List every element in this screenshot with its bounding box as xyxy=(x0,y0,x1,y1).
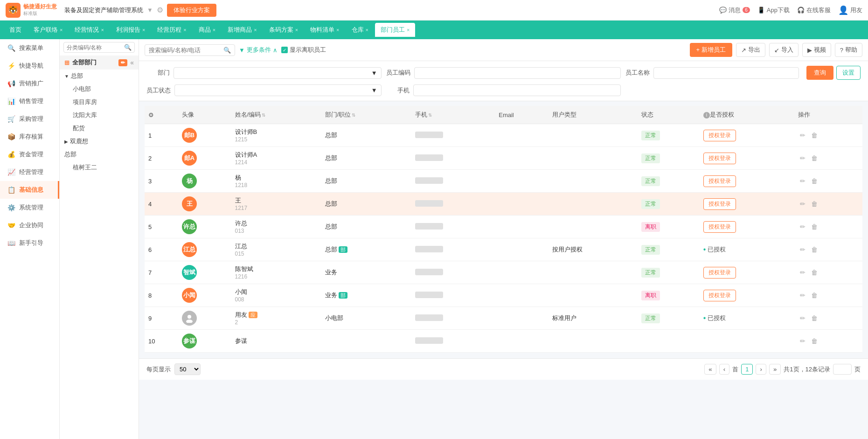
per-page-select[interactable]: 50 100 xyxy=(174,363,201,375)
tab-close-icon[interactable]: × xyxy=(213,27,215,33)
emp-name-input[interactable] xyxy=(653,67,799,79)
export-button[interactable]: ↗ 导出 xyxy=(736,43,765,57)
message-btn[interactable]: 💬 消息 6 xyxy=(719,6,750,14)
sidebar-item-finance[interactable]: 💰 资金管理 xyxy=(0,146,59,163)
reset-button[interactable]: 设置 xyxy=(836,66,861,80)
tab-add-goods[interactable]: 新增商品× xyxy=(222,23,262,37)
tab-close-icon[interactable]: × xyxy=(407,27,410,33)
show-dismissed-toggle[interactable]: ✓ 显示离职员工 xyxy=(281,46,326,54)
auth-login-button[interactable]: 授权登录 xyxy=(703,130,736,141)
tab-close-icon[interactable]: × xyxy=(366,27,368,33)
sidebar-item-basic[interactable]: 📋 基础信息 xyxy=(0,181,59,199)
add-employee-button[interactable]: + 新增员工 xyxy=(690,43,732,57)
sidebar-item-marketing[interactable]: 📢 营销推广 xyxy=(0,75,59,92)
search-input[interactable] xyxy=(149,47,223,54)
more-filter-btn[interactable]: ▼ 更多条件 ∧ xyxy=(239,46,278,54)
delete-button[interactable]: 🗑 xyxy=(809,268,819,277)
help-button[interactable]: ? 帮助 xyxy=(835,43,862,57)
auth-login-button[interactable]: 授权登录 xyxy=(703,290,736,301)
edit-button[interactable]: ✏ xyxy=(798,222,807,231)
app-download-btn[interactable]: 📱 App下载 xyxy=(757,6,790,14)
delete-button[interactable]: 🗑 xyxy=(809,199,819,209)
query-button[interactable]: 查询 xyxy=(806,66,833,80)
tree-node-delivery[interactable]: 配货 xyxy=(60,122,139,135)
edit-button[interactable]: ✏ xyxy=(798,245,807,254)
col-name[interactable]: 姓名/编码 xyxy=(231,106,321,124)
search-icon[interactable]: 🔍 xyxy=(223,47,231,54)
sidebar-item-ops[interactable]: 📈 经营管理 xyxy=(0,163,59,181)
tree-all-dept[interactable]: ⊞ 全部部门 ✏ « xyxy=(60,56,139,70)
auth-login-button[interactable]: 授权登录 xyxy=(703,221,736,233)
col-settings-icon[interactable]: ⚙ xyxy=(148,111,154,118)
delete-button[interactable]: 🗑 xyxy=(809,336,819,346)
tab-close-icon[interactable]: × xyxy=(254,27,257,33)
edit-button[interactable]: ✏ xyxy=(798,176,807,186)
video-button[interactable]: ▶ 视频 xyxy=(802,43,831,57)
edit-button[interactable]: ✏ xyxy=(798,291,807,300)
tab-history[interactable]: 经营历程× xyxy=(152,23,192,37)
delete-button[interactable]: 🗑 xyxy=(809,245,819,254)
collapse-tree-icon[interactable]: « xyxy=(130,59,134,66)
tab-warehouse[interactable]: 仓库× xyxy=(346,23,374,37)
tree-node-plant[interactable]: 植树王二 xyxy=(60,161,139,174)
go-to-page-input[interactable] xyxy=(833,364,852,375)
tab-close-icon[interactable]: × xyxy=(295,27,298,33)
tree-node-small-electric[interactable]: 小电部 xyxy=(60,83,139,96)
tree-node-hq[interactable]: 总部 xyxy=(60,148,139,161)
status-select[interactable]: ▼ xyxy=(174,84,382,96)
edit-dept-icon[interactable]: ✏ xyxy=(118,59,127,66)
col-settings[interactable]: ⚙ xyxy=(145,106,178,124)
sidebar-item-guide[interactable]: 📖 新手引导 xyxy=(0,234,59,252)
sidebar-item-system[interactable]: ⚙️ 系统管理 xyxy=(0,199,59,216)
delete-button[interactable]: 🗑 xyxy=(809,314,819,323)
auth-login-button[interactable]: 授权登录 xyxy=(703,267,736,279)
sidebar-item-sales[interactable]: 📊 销售管理 xyxy=(0,92,59,110)
tab-close-icon[interactable]: × xyxy=(336,27,339,33)
last-page-btn[interactable]: » xyxy=(769,364,781,375)
sidebar-item-inventory[interactable]: 📦 库存核算 xyxy=(0,128,59,146)
edit-button[interactable]: ✏ xyxy=(798,131,807,140)
tab-close-icon[interactable]: × xyxy=(101,27,104,33)
delete-button[interactable]: 🗑 xyxy=(809,222,819,231)
tab-profit[interactable]: 利润报告× xyxy=(111,23,151,37)
edit-button[interactable]: ✏ xyxy=(798,268,807,277)
auth-login-button[interactable]: 授权登录 xyxy=(703,198,736,210)
emp-code-input[interactable] xyxy=(414,67,621,79)
tab-barcode[interactable]: 条码方案× xyxy=(264,23,304,37)
tab-home[interactable]: 首页 xyxy=(4,23,27,37)
delete-button[interactable]: 🗑 xyxy=(809,131,819,140)
tab-close-icon[interactable]: × xyxy=(183,27,186,33)
auth-login-button[interactable]: 授权登录 xyxy=(703,175,736,187)
next-page-btn[interactable]: › xyxy=(756,364,766,375)
tree-node-project[interactable]: 项目库房 xyxy=(60,96,139,109)
user-area[interactable]: 👤 用友 xyxy=(838,5,862,15)
dropdown-arrow-icon[interactable]: ▼ xyxy=(147,7,153,14)
edit-button[interactable]: ✏ xyxy=(798,153,807,163)
tree-search-icon[interactable]: 🔍 xyxy=(124,44,132,51)
tab-dept-emp[interactable]: 部门员工× xyxy=(375,23,415,37)
tab-customer[interactable]: 客户联络× xyxy=(28,23,68,37)
tree-search-input[interactable] xyxy=(67,44,124,51)
col-dept[interactable]: 部门/职位 xyxy=(321,106,411,124)
tab-close-icon[interactable]: × xyxy=(60,27,62,33)
prev-page-btn[interactable]: ‹ xyxy=(719,364,729,375)
tab-bom[interactable]: 物料清单× xyxy=(305,23,345,37)
dept-select[interactable]: ▼ xyxy=(174,67,382,79)
phone-input[interactable] xyxy=(413,84,621,96)
edit-button[interactable]: ✏ xyxy=(798,314,807,323)
edit-button[interactable]: ✏ xyxy=(798,199,807,209)
sidebar-item-nav[interactable]: ⚡ 快捷导航 xyxy=(0,57,59,75)
checkbox-icon[interactable]: ✓ xyxy=(281,47,288,53)
tab-business[interactable]: 经营情况× xyxy=(69,23,109,37)
import-button[interactable]: ↙ 导入 xyxy=(769,43,799,57)
tab-close-icon[interactable]: × xyxy=(142,27,145,33)
auth-login-button[interactable]: 授权登录 xyxy=(703,153,736,164)
tab-goods[interactable]: 商品× xyxy=(193,23,221,37)
delete-button[interactable]: 🗑 xyxy=(809,176,819,186)
sidebar-item-search[interactable]: 🔍 搜索菜单 xyxy=(0,39,59,57)
settings-icon[interactable]: ⚙ xyxy=(157,6,163,14)
online-service-btn[interactable]: 🎧 在线客服 xyxy=(797,6,831,14)
tree-node-double-deer[interactable]: ▶双鹿想 xyxy=(60,135,139,148)
sidebar-item-collab[interactable]: 🤝 企业协同 xyxy=(0,216,59,234)
first-page-btn[interactable]: « xyxy=(704,364,716,375)
